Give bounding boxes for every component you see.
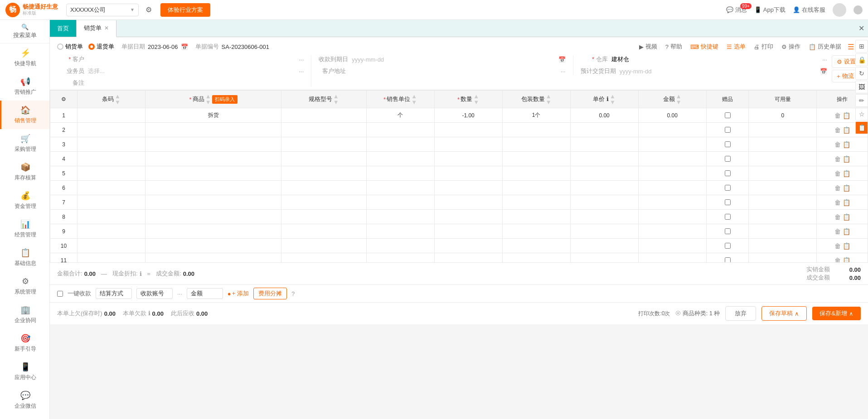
float-lock-btn[interactable]: 🔒 [855,53,868,66]
delete-icon[interactable]: 🗑 [834,184,841,192]
gift-checkbox[interactable] [725,112,731,118]
expense-help-icon[interactable]: ? [291,290,295,297]
save-new-button[interactable]: 保存&新增 ∧ [812,307,861,320]
tab-close-icon[interactable]: ✕ [104,25,109,31]
calendar-icon[interactable]: 📅 [181,43,188,50]
message-button[interactable]: 💬 消息 99+ [726,6,747,14]
tab-home[interactable]: 首页 [50,20,77,37]
expected-delivery-calendar-icon[interactable]: 📅 [820,68,827,75]
tab-sales-order[interactable]: 销货单 ✕ [77,20,116,37]
list-view-icon[interactable]: ☰ [848,43,854,51]
delete-icon[interactable]: 🗑 [834,199,841,206]
float-rotate-btn[interactable]: ↻ [855,67,868,80]
delete-icon[interactable]: 🗑 [834,141,841,148]
delete-icon[interactable]: 🗑 [834,170,841,177]
sidebar-item-basic-info[interactable]: 📋 基础信息 [0,243,49,272]
float-star-btn[interactable]: ☆ [855,108,868,120]
settlement-method-input[interactable]: 结算方式 [96,288,132,299]
delete-icon[interactable]: 🗑 [834,126,841,134]
copy-icon[interactable]: 📋 [843,126,850,134]
sidebar-item-finance[interactable]: 💰 资金管理 [0,186,49,215]
row-goods[interactable]: 拆货 [145,108,281,123]
sidebar-item-operation[interactable]: 📊 经营管理 [0,215,49,243]
abandon-button[interactable]: 放弃 [725,306,756,321]
delete-icon[interactable]: 🗑 [834,257,841,263]
company-selector[interactable]: XXXXXX公司 ▼ [66,4,139,16]
goods-type-check-icon[interactable]: ☉ [675,310,681,317]
discount-info-icon[interactable]: ℹ [140,270,142,277]
date-value[interactable]: 2023-06-06 [148,43,178,50]
row-unit[interactable]: 个 [366,108,434,123]
warehouse-dots[interactable]: ··· [822,56,827,63]
radio-sales-order[interactable]: 销货单 [57,43,83,51]
copy-icon[interactable]: 📋 [843,155,850,163]
delete-icon[interactable]: 🗑 [834,155,841,163]
copy-icon[interactable]: 📋 [843,141,850,148]
copy-icon[interactable]: 📋 [843,242,850,250]
copy-icon[interactable]: 📋 [843,112,850,119]
float-action-btn[interactable]: 📋 [855,121,868,134]
sidebar-item-sales[interactable]: 🏠 销售管理 [0,101,49,129]
delete-icon[interactable]: 🗑 [834,213,841,221]
row-pkg-qty[interactable]: 1个 [502,108,570,123]
sidebar-item-guide[interactable]: 🎯 新手引导 [0,329,49,357]
add-payment-button[interactable]: ● + 添加 [228,289,249,298]
account-input[interactable]: 收款账号 [136,288,173,299]
expected-delivery-input[interactable]: yyyy-mm-dd [620,68,816,75]
row-spec[interactable] [281,108,367,123]
th-gear[interactable]: ⚙ [50,91,78,108]
salesperson-input[interactable]: 选择... [88,67,295,75]
print-btn[interactable]: 🖨 打印 [752,42,775,52]
row-barcode[interactable] [78,108,145,123]
row-amount[interactable]: 0.00 [638,108,706,123]
row-price[interactable]: 0.00 [570,108,638,123]
copy-icon[interactable]: 📋 [843,184,850,192]
settings-icon[interactable]: ⚙ [142,4,155,16]
sidebar-item-quick-nav[interactable]: ⚡ 快捷导航 [0,43,49,72]
app-download-button[interactable]: 📱 App下载 [754,6,786,14]
copy-icon[interactable]: 📋 [843,199,850,206]
copy-icon[interactable]: 📋 [843,228,850,235]
delete-icon[interactable]: 🗑 [834,112,841,119]
sidebar-item-inventory[interactable]: 📦 库存核算 [0,158,49,186]
row-gift[interactable] [706,108,749,123]
sidebar-item-purchase[interactable]: 🛒 采购管理 [0,129,49,158]
salesperson-dots[interactable]: ··· [299,68,304,75]
sidebar-item-enterprise[interactable]: 🏢 企业协同 [0,300,49,329]
debt-info-icon[interactable]: ℹ [148,310,150,317]
copy-icon[interactable]: 📋 [843,213,850,221]
doc-no-value[interactable]: SA-20230606-001 [222,43,270,50]
scan-button[interactable]: 扫码录入 [212,95,238,104]
row-qty[interactable]: -1.00 [434,108,502,123]
shortcut-btn[interactable]: ⌨ 快捷键 [689,42,720,52]
delete-icon[interactable]: 🗑 [834,228,841,235]
sidebar-item-system[interactable]: ⚙ 系统管理 [0,272,49,300]
due-date-calendar-icon[interactable]: 📅 [558,56,566,63]
one-click-payment-checkbox[interactable] [57,291,63,297]
operation-btn[interactable]: ⚙ 操作 [780,42,802,52]
close-all-tabs-icon[interactable]: ✕ [858,24,864,33]
trial-button[interactable]: 体验行业方案 [160,3,210,17]
float-image-btn[interactable]: 🖼 [855,81,868,93]
save-draft-button[interactable]: 保存草稿 ∧ [761,306,807,321]
video-btn[interactable]: ▶ 视频 [637,42,659,52]
sidebar-item-app-center[interactable]: 📱 应用中心 [0,357,49,386]
amount-input[interactable]: 金额 [187,288,223,299]
radio-return-order[interactable]: 退货单 [88,43,114,51]
customer-addr-dots[interactable]: ··· [561,68,566,75]
sidebar-item-wechat[interactable]: 💬 企业微信 [0,386,49,414]
copy-icon[interactable]: 📋 [843,257,850,263]
select-btn[interactable]: ☰ 选单 [725,42,747,52]
help-btn[interactable]: ? 帮助 [664,42,684,52]
user-dropdown[interactable] [853,5,863,14]
account-dots[interactable]: ··· [177,290,182,297]
due-date-input[interactable]: yyyy-mm-dd [352,56,554,63]
online-service-button[interactable]: 👤 在线客服 [793,6,825,14]
expense-button[interactable]: 费用分摊 [253,288,287,299]
delete-icon[interactable]: 🗑 [834,242,841,250]
sidebar-search[interactable]: 🔍 搜索菜单 [0,20,49,43]
history-btn[interactable]: 📋 历史单据 [807,42,843,52]
avatar[interactable] [833,3,846,17]
warehouse-value[interactable]: 建材仓 [611,55,819,63]
sidebar-item-marketing[interactable]: 📢 营销推广 [0,72,49,101]
